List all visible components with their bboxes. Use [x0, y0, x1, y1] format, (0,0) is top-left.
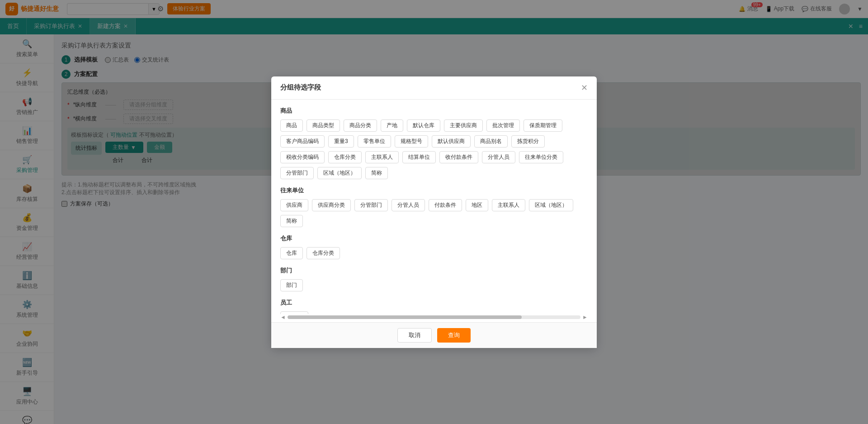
- field-tag-goods-15[interactable]: 税收分类编码: [280, 151, 325, 163]
- field-tag-dept-0[interactable]: 部门: [280, 279, 303, 291]
- field-group-dept: 部门 部门: [280, 267, 588, 291]
- field-tag-goods-22[interactable]: 分管部门: [280, 167, 314, 179]
- field-group-counterparty-title: 往来单位: [280, 186, 588, 195]
- field-tag-goods-10[interactable]: 零售单位: [358, 135, 391, 148]
- field-tags-warehouse: 仓库 仓库分类: [280, 247, 588, 259]
- field-tag-cp-0[interactable]: 供应商: [280, 199, 308, 211]
- field-tag-cp-1[interactable]: 供应商分类: [312, 199, 351, 211]
- field-tag-goods-16[interactable]: 仓库分类: [328, 151, 362, 163]
- modal-close-button[interactable]: ✕: [581, 83, 588, 93]
- field-group-dept-title: 部门: [280, 267, 588, 275]
- modal-header: 分组待选字段 ✕: [271, 76, 597, 100]
- confirm-button[interactable]: 查询: [437, 328, 471, 343]
- field-tag-goods-7[interactable]: 保质期管理: [524, 119, 562, 132]
- field-group-employee-title: 员工: [280, 299, 588, 307]
- horizontal-scroll-area: ◄ ►: [271, 314, 597, 322]
- field-tag-goods-19[interactable]: 收付款条件: [439, 151, 478, 163]
- field-tag-goods-17[interactable]: 主联系人: [365, 151, 399, 163]
- field-tag-goods-3[interactable]: 产地: [381, 119, 403, 132]
- field-tag-goods-11[interactable]: 规格型号: [395, 135, 428, 148]
- field-tag-goods-13[interactable]: 商品别名: [474, 135, 508, 148]
- field-tag-wh-0[interactable]: 仓库: [280, 247, 303, 259]
- field-tag-wh-1[interactable]: 仓库分类: [307, 247, 340, 259]
- field-tags-dept: 部门: [280, 279, 588, 291]
- field-tag-cp-8[interactable]: 简称: [280, 215, 303, 227]
- field-tag-cp-4[interactable]: 付款条件: [429, 199, 462, 211]
- scroll-right-arrow[interactable]: ►: [582, 314, 588, 320]
- modal-footer: 取消 查询: [271, 322, 597, 348]
- field-tag-goods-0[interactable]: 商品: [280, 119, 303, 132]
- field-group-goods-title: 商品: [280, 107, 588, 115]
- field-tag-goods-23[interactable]: 区域（地区）: [317, 167, 362, 179]
- modal-overlay: 分组待选字段 ✕ 商品 商品 商品类型 商品分类 产地 默认仓库 主要供应商 批…: [0, 0, 868, 424]
- field-tag-cp-2[interactable]: 分管部门: [354, 199, 388, 211]
- field-tag-goods-20[interactable]: 分管人员: [482, 151, 515, 163]
- field-group-warehouse: 仓库 仓库 仓库分类: [280, 234, 588, 259]
- field-tag-goods-5[interactable]: 主要供应商: [444, 119, 483, 132]
- modal-title: 分组待选字段: [280, 83, 321, 92]
- field-tag-goods-2[interactable]: 商品分类: [344, 119, 377, 132]
- field-tag-goods-14[interactable]: 拣货积分: [511, 135, 545, 148]
- cancel-button[interactable]: 取消: [397, 328, 432, 343]
- field-tag-goods-1[interactable]: 商品类型: [307, 119, 340, 132]
- field-group-warehouse-title: 仓库: [280, 234, 588, 243]
- field-tag-cp-7[interactable]: 区域（地区）: [529, 199, 573, 211]
- scroll-left-arrow[interactable]: ◄: [280, 314, 286, 320]
- field-tag-goods-21[interactable]: 往来单位分类: [519, 151, 563, 163]
- field-tag-goods-18[interactable]: 结算单位: [402, 151, 436, 163]
- field-tags-goods: 商品 商品类型 商品分类 产地 默认仓库 主要供应商 批次管理 保质期管理 客户…: [280, 119, 588, 179]
- field-tag-goods-6[interactable]: 批次管理: [486, 119, 520, 132]
- field-group-employee: 员工 业务员: [280, 299, 588, 314]
- field-tag-goods-8[interactable]: 客户商品编码: [280, 135, 325, 148]
- field-tag-cp-3[interactable]: 分管人员: [392, 199, 425, 211]
- field-tag-goods-9[interactable]: 重量3: [328, 135, 354, 148]
- field-select-modal: 分组待选字段 ✕ 商品 商品 商品类型 商品分类 产地 默认仓库 主要供应商 批…: [271, 76, 597, 348]
- modal-body[interactable]: 商品 商品 商品类型 商品分类 产地 默认仓库 主要供应商 批次管理 保质期管理…: [271, 100, 597, 314]
- field-group-counterparty: 往来单位 供应商 供应商分类 分管部门 分管人员 付款条件 地区 主联系人 区域…: [280, 186, 588, 227]
- field-tag-goods-12[interactable]: 默认供应商: [432, 135, 471, 148]
- field-group-goods: 商品 商品 商品类型 商品分类 产地 默认仓库 主要供应商 批次管理 保质期管理…: [280, 107, 588, 179]
- field-tags-counterparty: 供应商 供应商分类 分管部门 分管人员 付款条件 地区 主联系人 区域（地区） …: [280, 199, 588, 227]
- field-tag-goods-4[interactable]: 默认仓库: [407, 119, 440, 132]
- field-tag-cp-5[interactable]: 地区: [466, 199, 488, 211]
- field-tag-goods-24[interactable]: 简称: [365, 167, 388, 179]
- field-tag-cp-6[interactable]: 主联系人: [492, 199, 525, 211]
